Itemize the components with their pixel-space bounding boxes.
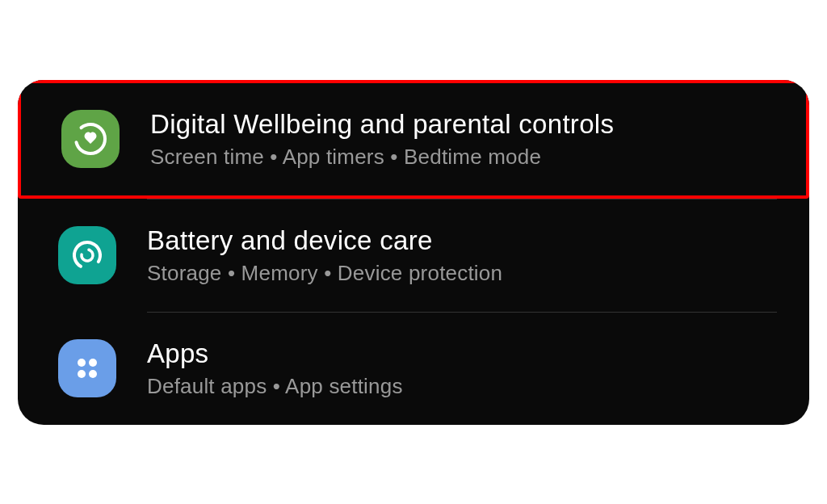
setting-title: Digital Wellbeing and parental controls: [150, 109, 774, 140]
setting-subtitle: Default apps • App settings: [147, 374, 777, 399]
svg-point-5: [78, 370, 86, 378]
setting-subtitle: Screen time • App timers • Bedtime mode: [150, 145, 774, 170]
setting-item-battery-device-care[interactable]: Battery and device care Storage • Memory…: [18, 200, 809, 312]
battery-care-icon: [58, 226, 116, 284]
setting-title: Battery and device care: [147, 225, 777, 256]
svg-point-4: [89, 359, 97, 367]
setting-title: Apps: [147, 338, 777, 369]
settings-panel: Digital Wellbeing and parental controls …: [18, 80, 809, 425]
setting-item-digital-wellbeing[interactable]: Digital Wellbeing and parental controls …: [18, 80, 809, 199]
svg-point-3: [78, 359, 86, 367]
text-container: Apps Default apps • App settings: [147, 338, 777, 399]
text-container: Battery and device care Storage • Memory…: [147, 225, 777, 286]
text-container: Digital Wellbeing and parental controls …: [150, 109, 774, 170]
setting-item-apps[interactable]: Apps Default apps • App settings: [18, 313, 809, 425]
wellbeing-icon: [61, 110, 120, 168]
svg-point-2: [79, 247, 94, 262]
svg-point-1: [69, 237, 105, 273]
setting-subtitle: Storage • Memory • Device protection: [147, 261, 777, 286]
apps-icon: [58, 339, 116, 397]
svg-point-6: [89, 370, 97, 378]
